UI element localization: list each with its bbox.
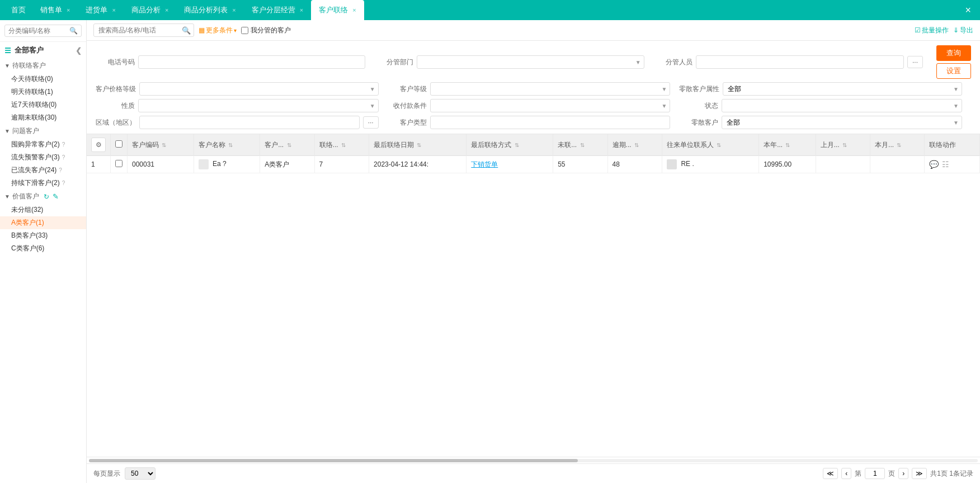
region-input[interactable]	[139, 116, 360, 129]
row-checkbox[interactable]	[115, 160, 123, 167]
page-input[interactable]	[865, 468, 885, 479]
col-code: 客户编码 ⇅	[128, 134, 194, 156]
filter-row-3: 性质 ▼ 收付款条件 ▼ 状态	[96, 99, 971, 112]
close-icon[interactable]: ×	[67, 0, 70, 20]
sort-icon[interactable]: ⇅	[417, 142, 421, 148]
table-settings-icon[interactable]: ⚙	[91, 138, 106, 152]
help-icon: ?	[62, 180, 65, 186]
horizontal-scrollbar[interactable]	[87, 457, 980, 463]
scrollbar-thumb[interactable]	[89, 459, 578, 462]
close-icon[interactable]: ×	[352, 0, 356, 20]
retail-attr-input[interactable]	[723, 82, 962, 96]
payment-input[interactable]	[430, 99, 671, 112]
col-this-year: 本年... ⇅	[759, 134, 816, 156]
row-checkbox-cell[interactable]	[111, 156, 128, 173]
person-more-button[interactable]: ···	[907, 56, 923, 68]
chat-icon[interactable]: 💬	[929, 160, 939, 169]
settings-button[interactable]: 设置	[936, 63, 971, 79]
sidebar-item-churned[interactable]: 已流失客户(24) ?	[0, 164, 86, 177]
sidebar-item-abnormal[interactable]: 囤购异常客户(2) ?	[0, 138, 86, 151]
sidebar-item-class-a[interactable]: A类客户(1)	[0, 216, 86, 229]
region-more-button[interactable]: ···	[363, 116, 379, 129]
sort-icon[interactable]: ⇅	[580, 142, 585, 148]
scrollbar-track[interactable]	[89, 459, 978, 462]
edit-icon[interactable]: ✎	[53, 192, 59, 201]
sidebar-item-class-b[interactable]: B类客户(33)	[0, 229, 86, 242]
next-page-button[interactable]: ›	[898, 468, 908, 479]
col-last-date: 最后联络日期 ⇅	[369, 134, 467, 156]
my-customers-checkbox[interactable]	[241, 27, 248, 34]
filter-cell-status: 状态 ▼	[679, 99, 971, 112]
query-button[interactable]: 查询	[936, 45, 971, 61]
close-all-tabs-button[interactable]: ×	[960, 4, 976, 16]
sidebar-section-value[interactable]: ▼ 价值客户 ↻ ✎	[0, 190, 86, 203]
batch-ops-button[interactable]: ☑ 批量操作	[915, 26, 949, 35]
sidebar-section-pending[interactable]: ▼ 待联络客户	[0, 59, 86, 73]
search-button[interactable]: 🔍	[182, 26, 191, 35]
grid-icon[interactable]: ☷	[942, 160, 949, 169]
prev-page-button[interactable]: ‹	[841, 468, 851, 479]
dept-input[interactable]	[417, 55, 644, 69]
sidebar-item-today[interactable]: 今天待联络(0)	[0, 73, 86, 86]
close-icon[interactable]: ×	[112, 0, 115, 20]
sort-icon[interactable]: ⇅	[287, 142, 291, 148]
customer-table: ⚙ 客户编码 ⇅ 客户名称 ⇅	[87, 134, 980, 173]
close-icon[interactable]: ×	[232, 0, 235, 20]
nav-tab-salesorder[interactable]: 销售单 ×	[32, 0, 78, 20]
customer-type-input[interactable]	[430, 116, 671, 129]
sidebar-all-customers[interactable]: ☰ 全部客户 ❮	[0, 42, 86, 59]
sort-icon[interactable]: ⇅	[634, 142, 639, 148]
phone-input[interactable]	[138, 55, 365, 69]
per-page-select[interactable]: 50 100 200	[125, 467, 156, 480]
top-nav: 首页 销售单 × 进货单 × 商品分析 × 商品分析列表 × 客户分层经营 × …	[0, 0, 980, 20]
nav-tab-productanalysis[interactable]: 商品分析 ×	[124, 0, 176, 20]
sort-icon[interactable]: ⇅	[341, 142, 346, 148]
nav-tab-productlist[interactable]: 商品分析列表 ×	[176, 0, 243, 20]
nav-tab-customersegment[interactable]: 客户分层经营 ×	[244, 0, 311, 20]
nature-wrap: ▼	[138, 99, 379, 112]
sort-icon[interactable]: ⇅	[228, 142, 233, 148]
close-icon[interactable]: ×	[165, 0, 168, 20]
sidebar-item-declining[interactable]: 持续下滑客户(2) ?	[0, 177, 86, 190]
sort-icon[interactable]: ⇅	[897, 142, 901, 148]
page-label: 第	[855, 469, 861, 479]
sidebar-section-problem[interactable]: ▼ 问题客户	[0, 124, 86, 138]
sort-icon[interactable]: ⇅	[842, 142, 847, 148]
export-button[interactable]: ⇓ 导出	[953, 26, 973, 35]
row-last-method[interactable]: 下销货单	[467, 156, 553, 173]
my-customers-checkbox-label[interactable]: 我分管的客户	[241, 26, 291, 35]
select-all-checkbox[interactable]	[115, 140, 123, 148]
sidebar-item-churn-warning[interactable]: 流失预警客户(3) ?	[0, 151, 86, 164]
search-input[interactable]	[93, 23, 194, 37]
nav-tab-purchaseorder[interactable]: 进货单 ×	[78, 0, 123, 20]
page-info: ≪ ‹ 第 页 › ≫ 共1页 1条记录	[823, 468, 973, 479]
sidebar-item-unclassified[interactable]: 未分组(32)	[0, 203, 86, 216]
col-gear[interactable]: ⚙	[87, 134, 111, 156]
sidebar-collapse-icon[interactable]: ❮	[76, 46, 82, 55]
last-method-link[interactable]: 下销货单	[471, 160, 498, 168]
retail-customer-input[interactable]	[722, 116, 962, 129]
sort-icon[interactable]: ⇅	[162, 142, 166, 148]
first-page-button[interactable]: ≪	[823, 468, 838, 479]
status-input[interactable]	[722, 99, 962, 112]
customer-level-input[interactable]	[430, 82, 671, 96]
close-icon[interactable]: ×	[300, 0, 303, 20]
nature-input[interactable]	[138, 99, 379, 112]
filter-cell-person: 分管人员 ···	[653, 55, 932, 69]
col-overdue: 逾期... ⇅	[607, 134, 662, 156]
col-checkbox[interactable]	[111, 134, 128, 156]
sidebar-item-overdue[interactable]: 逾期未联络(30)	[0, 111, 86, 124]
price-level-input[interactable]	[139, 82, 379, 96]
nav-tab-customercontact[interactable]: 客户联络 ×	[311, 0, 364, 20]
sort-icon[interactable]: ⇅	[785, 142, 790, 148]
more-conditions-button[interactable]: ▦ 更多条件 ▾	[199, 26, 237, 35]
refresh-icon[interactable]: ↻	[44, 193, 49, 201]
sort-icon[interactable]: ⇅	[515, 142, 519, 148]
last-page-button[interactable]: ≫	[912, 468, 927, 479]
sort-icon[interactable]: ⇅	[717, 142, 721, 148]
sidebar-item-tomorrow[interactable]: 明天待联络(1)	[0, 86, 86, 98]
person-input[interactable]	[696, 55, 904, 69]
nav-home[interactable]: 首页	[4, 0, 32, 20]
sidebar-item-class-c[interactable]: C类客户(6)	[0, 242, 86, 255]
sidebar-item-7days[interactable]: 近7天待联络(0)	[0, 98, 86, 111]
